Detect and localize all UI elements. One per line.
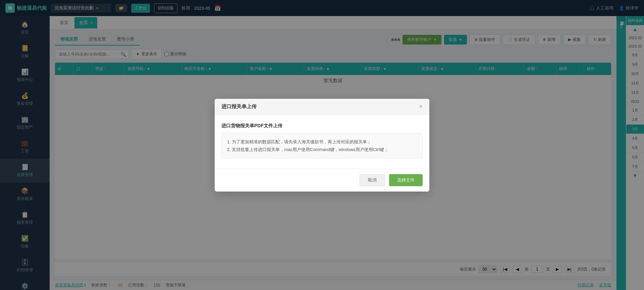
modal-instruction-1: 1. 为了更加精准的数据匹配，请先录入海关缴款书，再上传对应的报关单；: [227, 138, 417, 146]
modal-box: 进口报关单上传 × 进口货物报关单PDF文件上传 1. 为了更加精准的数据匹配，…: [215, 99, 429, 192]
modal-instructions: 1. 为了更加精准的数据匹配，请先录入海关缴款书，再上传对应的报关单； 2. 支…: [221, 133, 423, 159]
modal-cancel-button[interactable]: 取消: [360, 174, 385, 186]
modal-select-file-button[interactable]: 选择文件: [389, 174, 423, 186]
modal-close-button[interactable]: ×: [419, 103, 423, 110]
modal-overlay[interactable]: 进口报关单上传 × 进口货物报关单PDF文件上传 1. 为了更加精准的数据匹配，…: [0, 0, 644, 290]
modal-footer: 取消 选择文件: [215, 168, 429, 192]
modal-title: 进口报关单上传: [221, 103, 257, 110]
modal-body: 进口货物报关单PDF文件上传 1. 为了更加精准的数据匹配，请先录入海关缴款书，…: [215, 115, 429, 168]
modal-upload-title: 进口货物报关单PDF文件上传: [221, 123, 423, 129]
modal-header: 进口报关单上传 ×: [215, 99, 429, 115]
modal-instruction-2: 2. 支持批量上传进口报关单，mac用户使用Command键，windows用户…: [227, 146, 417, 153]
